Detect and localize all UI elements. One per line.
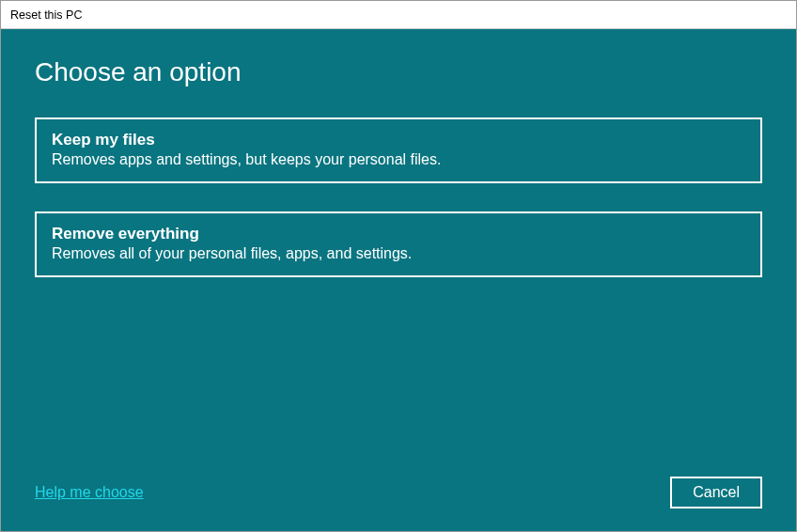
cancel-button[interactable]: Cancel: [670, 477, 762, 509]
option-remove-everything[interactable]: Remove everything Removes all of your pe…: [35, 211, 762, 277]
titlebar: Reset this PC: [1, 1, 796, 29]
footer: Help me choose Cancel: [35, 477, 762, 509]
page-heading: Choose an option: [35, 57, 762, 87]
option-title: Keep my files: [52, 131, 745, 149]
content-area: Choose an option Keep my files Removes a…: [1, 29, 796, 531]
option-title: Remove everything: [52, 225, 745, 243]
option-description: Removes all of your personal files, apps…: [52, 245, 745, 262]
window-title: Reset this PC: [10, 8, 82, 22]
option-keep-my-files[interactable]: Keep my files Removes apps and settings,…: [35, 117, 762, 183]
reset-pc-window: Reset this PC Choose an option Keep my f…: [0, 0, 797, 532]
help-me-choose-link[interactable]: Help me choose: [35, 484, 144, 501]
options-list: Keep my files Removes apps and settings,…: [35, 117, 762, 277]
option-description: Removes apps and settings, but keeps you…: [52, 151, 745, 168]
